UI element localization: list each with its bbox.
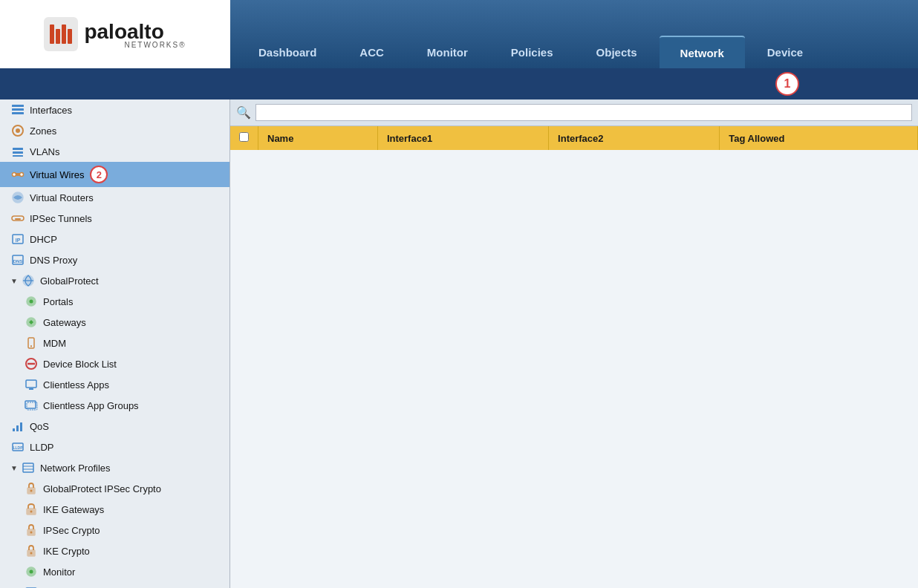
table-header-row: Name Interface1 Interface2 Tag Allowed: [230, 126, 918, 150]
sidebar-item-clientless-apps[interactable]: Clientless Apps: [0, 374, 230, 395]
virtual-wires-table: Name Interface1 Interface2 Tag Allowed: [230, 126, 918, 150]
svg-point-45: [30, 490, 33, 492]
nav-tabs: Dashboard ACC Monitor Policies Objects N…: [230, 0, 918, 68]
ipsec-crypto-icon: [24, 523, 39, 537]
sidebar-label-monitor: Monitor: [43, 566, 75, 578]
sidebar-item-dhcp[interactable]: IP DHCP: [0, 229, 230, 249]
sidebar-label-interfaces: Interfaces: [30, 105, 72, 116]
tab-device[interactable]: Device: [746, 36, 824, 68]
sidebar-item-interfaces[interactable]: Interfaces: [0, 99, 230, 120]
sidebar-label-mdm: MDM: [43, 338, 66, 349]
sidebar-label-dhcp: DHCP: [30, 234, 57, 245]
interfaces-icon: [10, 103, 25, 117]
sidebar-item-globalprotect[interactable]: GlobalProtect: [0, 270, 230, 291]
sidebar: Interfaces Zones VLANs Virtual Wires 2: [0, 99, 230, 588]
sidebar-item-gp-ipsec-crypto[interactable]: GlobalProtect IPSec Crypto: [0, 478, 230, 499]
badge-2-inline: 2: [90, 166, 108, 183]
top-bar: paloalto NETWORKS® Dashboard ACC Monitor…: [0, 0, 918, 68]
tab-policies[interactable]: Policies: [490, 36, 574, 68]
table-container: Name Interface1 Interface2 Tag Allowed: [230, 126, 918, 588]
sidebar-label-lldp: LLDP: [30, 442, 54, 453]
sidebar-item-qos[interactable]: QoS: [0, 416, 230, 437]
tab-acc[interactable]: ACC: [339, 36, 405, 68]
tab-network[interactable]: Network: [660, 36, 745, 68]
sidebar-label-gateways: Gateways: [43, 317, 86, 328]
sidebar-item-gateways[interactable]: Gateways: [0, 312, 230, 333]
sidebar-item-ike-gateways[interactable]: IKE Gateways: [0, 499, 230, 520]
sidebar-label-device-block-list: Device Block List: [43, 359, 117, 370]
svg-point-14: [13, 173, 16, 177]
mdm-icon: [24, 336, 39, 350]
sidebar-item-mdm[interactable]: MDM: [0, 333, 230, 353]
network-profiles-expand-icon: [10, 464, 18, 472]
sidebar-label-ike-crypto: IKE Crypto: [43, 546, 90, 557]
tab-monitor[interactable]: Monitor: [406, 36, 489, 68]
main-area: Interfaces Zones VLANs Virtual Wires 2: [0, 99, 918, 588]
search-bar: 🔍: [230, 99, 918, 126]
lldp-icon: LLDP: [10, 440, 25, 454]
svg-rect-33: [29, 388, 33, 390]
badge-1: 1: [775, 72, 799, 96]
brand-sub: NETWORKS®: [124, 41, 186, 49]
sidebar-label-clientless-apps: Clientless Apps: [43, 379, 109, 391]
svg-rect-5: [12, 105, 24, 107]
sidebar-item-virtual-wires[interactable]: Virtual Wires 2: [0, 162, 230, 187]
sidebar-label-clientless-app-groups: Clientless App Groups: [43, 400, 139, 411]
globalprotect-icon: [21, 274, 36, 287]
clientless-app-groups-icon: [24, 399, 39, 412]
sidebar-item-lldp[interactable]: LLDP LLDP: [0, 437, 230, 457]
table-col-tag-allowed: Tag Allowed: [720, 126, 918, 150]
sidebar-label-globalprotect: GlobalProtect: [40, 275, 99, 287]
svg-rect-32: [26, 380, 36, 388]
tab-objects[interactable]: Objects: [576, 36, 658, 68]
svg-rect-7: [12, 112, 24, 114]
search-icon: 🔍: [236, 105, 251, 120]
sidebar-item-network-profiles[interactable]: Network Profiles: [0, 457, 230, 478]
logo-area: paloalto NETWORKS®: [0, 0, 230, 68]
svg-rect-36: [13, 428, 15, 431]
sidebar-label-virtual-routers: Virtual Routers: [30, 192, 94, 203]
svg-rect-0: [44, 17, 78, 51]
sidebar-label-virtual-wires: Virtual Wires: [30, 169, 84, 180]
svg-point-26: [30, 300, 33, 304]
svg-text:LLDP: LLDP: [13, 445, 23, 450]
sidebar-label-vlans: VLANs: [30, 146, 59, 157]
logo-row: paloalto NETWORKS®: [44, 17, 186, 51]
svg-text:DNS: DNS: [13, 259, 23, 264]
ike-crypto-icon: [24, 544, 39, 558]
sidebar-item-monitor[interactable]: Monitor: [0, 561, 230, 582]
sidebar-item-device-block-list[interactable]: Device Block List: [0, 353, 230, 374]
svg-point-51: [30, 552, 33, 555]
sidebar-item-interface-mgmt[interactable]: Interface Mgmt: [0, 582, 230, 588]
sidebar-label-network-profiles: Network Profiles: [40, 463, 111, 474]
sidebar-item-ike-crypto[interactable]: IKE Crypto: [0, 540, 230, 561]
svg-rect-10: [13, 148, 23, 150]
tab-dashboard[interactable]: Dashboard: [238, 36, 337, 68]
dhcp-icon: IP: [10, 232, 25, 246]
search-input[interactable]: [255, 104, 912, 121]
sidebar-item-ipsec-crypto[interactable]: IPSec Crypto: [0, 520, 230, 540]
sidebar-item-vlans[interactable]: VLANs: [0, 141, 230, 162]
sidebar-item-portals[interactable]: Portals: [0, 291, 230, 312]
gp-ipsec-crypto-icon: [24, 482, 39, 495]
paloalto-logo-icon: [44, 17, 78, 51]
virtual-routers-icon: [10, 191, 25, 204]
sidebar-item-zones[interactable]: Zones: [0, 120, 230, 141]
sidebar-item-clientless-app-groups[interactable]: Clientless App Groups: [0, 395, 230, 416]
svg-rect-6: [12, 108, 24, 111]
sidebar-item-dns-proxy[interactable]: DNS DNS Proxy: [0, 249, 230, 270]
sidebar-item-ipsec-tunnels[interactable]: IPSec Tunnels: [0, 208, 230, 229]
svg-rect-18: [15, 218, 21, 220]
svg-point-53: [30, 570, 33, 574]
sidebar-label-portals: Portals: [43, 296, 73, 307]
svg-rect-2: [56, 29, 60, 44]
select-all-checkbox[interactable]: [239, 132, 249, 142]
sidebar-item-virtual-routers[interactable]: Virtual Routers: [0, 187, 230, 208]
network-profiles-icon: [21, 461, 36, 474]
table-col-interface1: Interface1: [377, 126, 548, 150]
sidebar-label-dns-proxy: DNS Proxy: [30, 255, 77, 266]
sidebar-label-zones: Zones: [30, 125, 56, 137]
table-col-checkbox: [230, 126, 258, 150]
sub-bar: 1: [0, 68, 918, 99]
svg-point-47: [30, 511, 33, 513]
